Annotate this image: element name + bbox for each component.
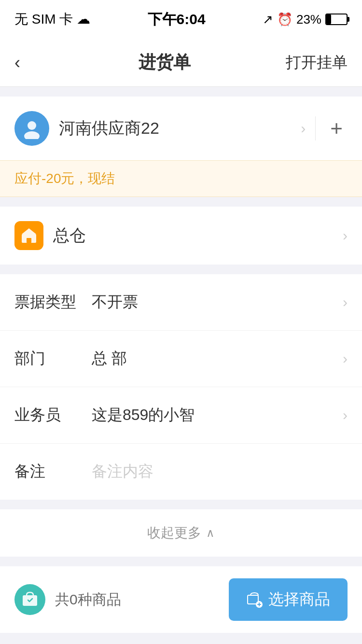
select-goods-button[interactable]: 选择商品 (229, 578, 348, 621)
open-pending-button[interactable]: 打开挂单 (286, 52, 348, 73)
add-supplier-button[interactable]: + (325, 116, 348, 140)
alarm-icon: ⏰ (277, 12, 292, 27)
status-right: ↗ ⏰ 23% (263, 12, 348, 27)
department-value: 总 部 (82, 348, 338, 369)
svg-rect-4 (27, 238, 31, 243)
collapse-arrow-icon: ∧ (206, 526, 215, 540)
collapse-label: 收起更多 (147, 524, 201, 542)
svg-point-1 (24, 131, 40, 139)
supplier-divider (315, 116, 316, 140)
status-time: 下午6:04 (148, 10, 206, 29)
svg-marker-3 (22, 228, 36, 234)
product-count-text: 共0种商品 (55, 590, 121, 610)
remark-label: 备注 (14, 461, 82, 482)
collapse-bar[interactable]: 收起更多 ∧ (0, 509, 362, 557)
battery-percent: 23% (296, 12, 321, 27)
svg-point-0 (28, 121, 36, 130)
ticket-type-chevron-icon: › (343, 294, 348, 310)
salesperson-label: 业务员 (14, 405, 82, 426)
form-section: 票据类型 不开票 › 部门 总 部 › 业务员 这是859的小智 › 备注 备注… (0, 274, 362, 500)
warehouse-row[interactable]: 总仓 › (0, 207, 362, 265)
remark-input[interactable]: 备注内容 (82, 461, 348, 482)
location-icon: ↗ (263, 12, 273, 27)
status-left: 无 SIM 卡 ☁ (14, 10, 90, 28)
status-bar: 无 SIM 卡 ☁ 下午6:04 ↗ ⏰ 23% (0, 0, 362, 39)
product-icon (14, 584, 45, 615)
supplier-row[interactable]: 河南供应商22 › + (0, 97, 362, 160)
ticket-type-label: 票据类型 (14, 292, 82, 313)
nav-bar: ‹ 进货单 打开挂单 (0, 39, 362, 87)
salesperson-row[interactable]: 业务员 这是859的小智 › (0, 387, 362, 444)
department-row[interactable]: 部门 总 部 › (0, 331, 362, 387)
notice-bar: 应付-20元，现结 (0, 160, 362, 197)
warehouse-name: 总仓 (53, 224, 338, 247)
salesperson-chevron-icon: › (343, 407, 348, 423)
back-button[interactable]: ‹ (14, 53, 43, 73)
bottom-bar: 共0种商品 选择商品 (0, 566, 362, 633)
ticket-type-value: 不开票 (82, 292, 338, 313)
remark-row[interactable]: 备注 备注内容 (0, 444, 362, 500)
supplier-avatar (14, 111, 49, 146)
supplier-chevron-icon: › (301, 120, 306, 137)
notice-text: 应付-20元，现结 (14, 171, 115, 186)
department-label: 部门 (14, 348, 82, 369)
select-goods-label: 选择商品 (268, 589, 330, 610)
salesperson-value: 这是859的小智 (82, 405, 338, 426)
section-gap-top (0, 87, 362, 97)
product-count-area: 共0种商品 (14, 584, 121, 615)
supplier-name: 河南供应商22 (59, 117, 296, 140)
battery-icon (325, 14, 348, 25)
warehouse-chevron-icon: › (343, 227, 348, 244)
department-chevron-icon: › (343, 350, 348, 367)
supplier-card: 河南供应商22 › + 应付-20元，现结 (0, 97, 362, 197)
warehouse-icon (14, 221, 43, 250)
warehouse-card: 总仓 › (0, 207, 362, 265)
page-title: 进货单 (139, 51, 191, 74)
ticket-type-row[interactable]: 票据类型 不开票 › (0, 274, 362, 331)
